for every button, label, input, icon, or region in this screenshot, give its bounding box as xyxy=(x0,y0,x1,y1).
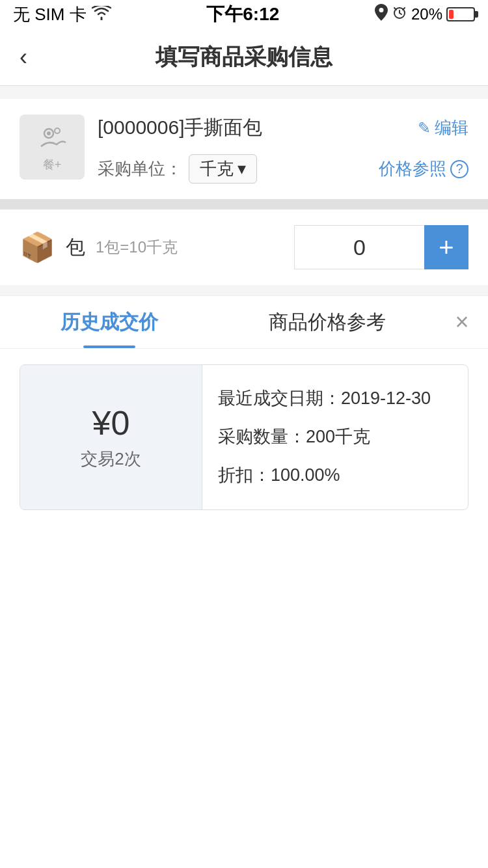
tab-active-indicator xyxy=(83,346,135,348)
svg-point-2 xyxy=(47,131,51,135)
svg-point-3 xyxy=(55,128,60,133)
package-ratio: 1包=10千克 xyxy=(96,237,178,258)
price-summary: ¥0 交易2次 xyxy=(20,365,202,509)
status-right: 20% xyxy=(375,4,475,25)
edit-label: 编辑 xyxy=(435,116,468,139)
page-title: 填写商品采购信息 xyxy=(156,42,332,72)
wifi-icon xyxy=(92,5,111,25)
help-icon: ? xyxy=(450,160,468,178)
battery-icon xyxy=(446,7,475,21)
thumb-label: 餐+ xyxy=(43,157,62,172)
discount-row: 折扣：100.00% xyxy=(218,461,452,489)
price-data-panel: ¥0 交易2次 最近成交日期：2019-12-30 采购数量：200千克 折扣：… xyxy=(0,349,488,526)
purchase-qty-row: 采购数量：200千克 xyxy=(218,423,452,451)
price-card: ¥0 交易2次 最近成交日期：2019-12-30 采购数量：200千克 折扣：… xyxy=(20,364,468,510)
product-thumbnail: 餐+ xyxy=(20,115,85,180)
location-icon xyxy=(375,4,388,25)
price-number: 0 xyxy=(111,404,130,442)
quantity-unit: 包 xyxy=(66,234,85,261)
unit-left: 采购单位： 千克 ▾ xyxy=(98,154,257,183)
unit-label: 采购单位： xyxy=(98,157,182,180)
battery-fill xyxy=(449,10,454,19)
back-button[interactable]: ‹ xyxy=(20,44,27,71)
status-bar: 无 SIM 卡 下午6:12 20% xyxy=(0,0,488,29)
price-ref-button[interactable]: 价格参照 ? xyxy=(379,157,468,180)
unit-select[interactable]: 千克 ▾ xyxy=(189,154,257,183)
section-divider xyxy=(0,199,488,210)
recent-date-label: 最近成交日期： xyxy=(218,388,341,408)
product-name: [0000006]手撕面包 xyxy=(98,115,262,141)
carrier-text: 无 SIM 卡 xyxy=(13,3,87,26)
unit-row: 采购单位： 千克 ▾ 价格参照 ? xyxy=(98,154,468,183)
quantity-left: 📦 包 1包=10千克 xyxy=(20,230,178,264)
tab-history-price[interactable]: 历史成交价 xyxy=(0,296,218,348)
quantity-input-group: + xyxy=(294,225,468,269)
page-header: ‹ 填写商品采购信息 xyxy=(0,29,488,86)
purchase-qty-label: 采购数量： xyxy=(218,427,306,446)
status-time: 下午6:12 xyxy=(206,2,279,27)
tabs-header: 历史成交价 商品价格参考 × xyxy=(0,296,488,349)
tab-price-ref[interactable]: 商品价格参考 xyxy=(218,296,436,348)
product-info: [0000006]手撕面包 ✎ 编辑 采购单位： 千克 ▾ 价格参照 xyxy=(98,115,468,183)
purchase-qty-value: 200千克 xyxy=(306,427,370,446)
package-icon: 📦 xyxy=(20,230,55,264)
trade-count: 交易2次 xyxy=(81,448,141,470)
quantity-input[interactable] xyxy=(294,225,424,269)
battery-percent: 20% xyxy=(411,5,442,23)
tab-history-label: 历史成交价 xyxy=(61,309,158,336)
quantity-plus-button[interactable]: + xyxy=(424,225,468,269)
alarm-icon xyxy=(392,5,407,24)
recent-date-row: 最近成交日期：2019-12-30 xyxy=(218,385,452,413)
edit-button[interactable]: ✎ 编辑 xyxy=(418,116,468,139)
product-card: 餐+ [0000006]手撕面包 ✎ 编辑 采购单位： 千克 ▾ xyxy=(0,99,488,199)
product-top: 餐+ [0000006]手撕面包 ✎ 编辑 采购单位： 千克 ▾ xyxy=(20,115,468,183)
price-amount: ¥0 xyxy=(92,403,130,442)
status-left: 无 SIM 卡 xyxy=(13,3,111,26)
dropdown-arrow-icon: ▾ xyxy=(237,159,246,179)
recent-date-value: 2019-12-30 xyxy=(341,388,431,408)
bottom-space xyxy=(0,526,488,868)
price-panel: 历史成交价 商品价格参考 × ¥0 交易2次 最近成交日期：2019-12-30… xyxy=(0,295,488,526)
price-ref-label: 价格参照 xyxy=(379,157,446,180)
product-name-row: [0000006]手撕面包 ✎ 编辑 xyxy=(98,115,468,141)
edit-icon: ✎ xyxy=(418,119,431,137)
price-details: 最近成交日期：2019-12-30 采购数量：200千克 折扣：100.00% xyxy=(202,365,468,509)
discount-label: 折扣： xyxy=(218,465,271,485)
unit-value: 千克 xyxy=(200,157,234,180)
tab-price-ref-label: 商品价格参考 xyxy=(269,309,386,336)
close-panel-button[interactable]: × xyxy=(436,296,488,348)
discount-value: 100.00% xyxy=(271,465,340,485)
yen-symbol: ¥ xyxy=(92,404,111,442)
quantity-row: 📦 包 1包=10千克 + xyxy=(0,210,488,285)
